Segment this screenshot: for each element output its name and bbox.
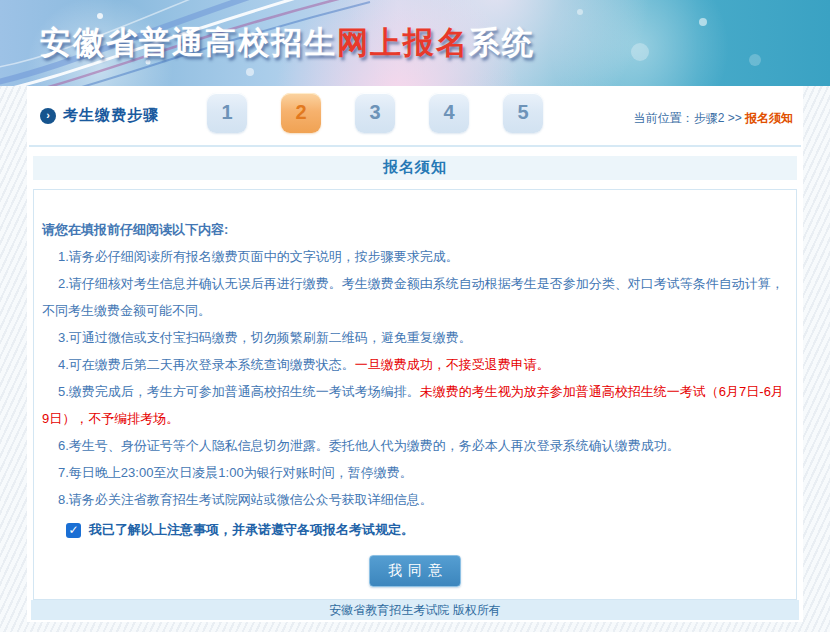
breadcrumb-prefix: 当前位置：步骤2 >> — [634, 111, 742, 125]
notice-item-8-text: 8.请务必关注省教育招生考试院网站或微信公众号获取详细信息。 — [58, 492, 433, 507]
step-1-number: 1 — [221, 101, 232, 124]
notice-item-8: 8.请务必关注省教育招生考试院网站或微信公众号获取详细信息。 — [42, 486, 788, 513]
step-1: 1 — [207, 93, 247, 133]
notice-item-6-text: 6.考生号、身份证号等个人隐私信息切勿泄露。委托他人代为缴费的，务必本人再次登录… — [58, 438, 680, 453]
agree-checkbox[interactable] — [66, 523, 81, 538]
divider — [29, 145, 801, 147]
step-2-active: 2 — [281, 93, 321, 133]
step-5: 5 — [503, 93, 543, 133]
section-title: 报名须知 — [383, 158, 447, 177]
step-4: 4 — [429, 93, 469, 133]
notice-item-1: 1.请务必仔细阅读所有报名缴费页面中的文字说明，按步骤要求完成。 — [42, 243, 788, 270]
notice-item-4: 4.可在缴费后第二天再次登录本系统查询缴费状态。一旦缴费成功，不接受退费申请。 — [42, 351, 788, 378]
notice-item-6: 6.考生号、身份证号等个人隐私信息切勿泄露。委托他人代为缴费的，务必本人再次登录… — [42, 432, 788, 459]
notice-item-4-warning: 一旦缴费成功，不接受退费申请。 — [355, 357, 550, 372]
app-title-highlight: 网上报名 — [337, 25, 469, 60]
step-2-number: 2 — [295, 101, 306, 124]
agree-checkbox-row: 我已了解以上注意事项，并承诺遵守各项报名考试规定。 — [42, 521, 788, 539]
notice-item-7: 7.每日晚上23:00至次日凌晨1:00为银行对账时间，暂停缴费。 — [42, 459, 788, 486]
steps-row: › 考生缴费步骤 1 2 3 4 5 当前位置：步骤2 >> 报名须知 — [27, 86, 803, 145]
notice-item-3: 3.可通过微信或支付宝扫码缴费，切勿频繁刷新二维码，避免重复缴费。 — [42, 324, 788, 351]
agree-button[interactable]: 我同意 — [369, 555, 461, 587]
steps-label: › 考生缴费步骤 — [40, 106, 159, 125]
app-header: 安徽省普通高校招生网上报名系统 — [0, 0, 830, 86]
app-title-part1: 安徽省普通高校招生 — [40, 25, 337, 60]
step-3: 3 — [355, 93, 395, 133]
notice-item-2: 2.请仔细核对考生信息并确认无误后再进行缴费。考生缴费金额由系统自动根据考生是否… — [42, 270, 788, 324]
app-title-part2: 系统 — [469, 25, 535, 60]
steps-label-text: 考生缴费步骤 — [63, 106, 159, 125]
step-5-number: 5 — [517, 101, 528, 124]
breadcrumb-current: 报名须知 — [745, 111, 793, 125]
notice-item-5-text: 5.缴费完成后，考生方可参加普通高校招生统一考试考场编排。 — [58, 384, 420, 399]
notice-item-7-text: 7.每日晚上23:00至次日凌晨1:00为银行对账时间，暂停缴费。 — [58, 465, 413, 480]
step-3-number: 3 — [369, 101, 380, 124]
notice-item-3-text: 3.可通过微信或支付宝扫码缴费，切勿频繁刷新二维码，避免重复缴费。 — [58, 330, 472, 345]
copyright-text: 安徽省教育招生考试院 版权所有 — [329, 602, 500, 619]
breadcrumb: 当前位置：步骤2 >> 报名须知 — [634, 104, 793, 127]
notice-item-2-text: 2.请仔细核对考生信息并确认无误后再进行缴费。考生缴费金额由系统自动根据考生是否… — [42, 276, 784, 318]
footer-bar: 安徽省教育招生考试院 版权所有 — [31, 600, 799, 620]
step-indicator: 1 2 3 4 5 — [207, 93, 543, 133]
arrow-bullet-icon: › — [40, 108, 56, 124]
content-area: › 考生缴费步骤 1 2 3 4 5 当前位置：步骤2 >> 报名须知 报名须知… — [27, 86, 803, 622]
app-title: 安徽省普通高校招生网上报名系统 — [40, 22, 535, 64]
step-4-number: 4 — [443, 101, 454, 124]
agree-checkbox-label: 我已了解以上注意事项，并承诺遵守各项报名考试规定。 — [89, 521, 414, 539]
notice-item-4-text: 4.可在缴费后第二天再次登录本系统查询缴费状态。 — [58, 357, 355, 372]
notice-item-5: 5.缴费完成后，考生方可参加普通高校招生统一考试考场编排。未缴费的考生视为放弃参… — [42, 378, 788, 432]
notice-box: 请您在填报前仔细阅读以下内容: 1.请务必仔细阅读所有报名缴费页面中的文字说明，… — [33, 189, 797, 600]
button-row: 我同意 — [42, 555, 788, 587]
notice-item-1-text: 1.请务必仔细阅读所有报名缴费页面中的文字说明，按步骤要求完成。 — [58, 249, 459, 264]
section-title-bar: 报名须知 — [33, 156, 797, 180]
page: 安徽省普通高校招生网上报名系统 › 考生缴费步骤 1 2 3 4 5 当前位置：… — [0, 0, 830, 632]
notice-intro: 请您在填报前仔细阅读以下内容: — [42, 216, 788, 243]
